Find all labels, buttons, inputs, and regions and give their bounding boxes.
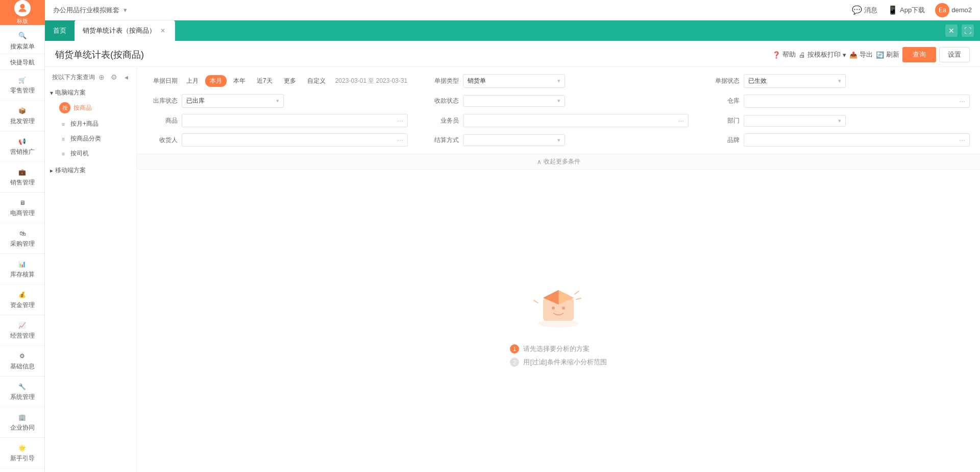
by-category-label: 按商品分类 (70, 134, 101, 143)
collapse-label: 收起更多条件 (544, 157, 580, 166)
receiver-input[interactable]: ··· (182, 133, 408, 147)
operation-label: 经营管理 (10, 332, 35, 340)
pc-group-title[interactable]: ▾ 电脑端方案 (45, 86, 136, 99)
collect-status-select[interactable]: ▾ (463, 95, 565, 107)
department-chevron: ▾ (838, 117, 841, 124)
by-product-label: 按商品 (74, 104, 92, 112)
marketing-icon: 📢 (17, 136, 28, 147)
out-status-select[interactable]: 已出库 ▾ (182, 94, 284, 108)
mobile-group-chevron: ▸ (50, 167, 53, 174)
scheme-item-by-cashier[interactable]: ≡ 按司机 (45, 146, 136, 161)
sidebar-item-system[interactable]: 🔧 系统管理 (0, 376, 44, 407)
date-tag-this-month[interactable]: 本月 (205, 75, 227, 87)
finance-icon: 💰 (17, 290, 28, 300)
product-input[interactable]: ··· (182, 114, 408, 127)
by-month-label: 按月+商品 (70, 120, 99, 128)
scheme-item-by-month-product[interactable]: ≡ 按月+商品 (45, 116, 136, 131)
sidebar-item-purchase[interactable]: 🛍 采购管理 (0, 223, 44, 254)
print-btn[interactable]: 🖨 按模板打印 ▾ (799, 50, 846, 59)
date-tag-7days[interactable]: 近7天 (252, 75, 277, 87)
sales-icon: 💼 (17, 167, 28, 177)
app-download-btn[interactable]: 📱 App下载 (888, 5, 925, 15)
department-control: ▾ (744, 115, 970, 127)
tab-close-btn[interactable]: ✕ (159, 27, 167, 35)
date-tag-more[interactable]: 更多 (279, 75, 301, 87)
tab-close-window-btn[interactable]: ✕ (945, 25, 958, 37)
left-panel-title: 按以下方案查询 (52, 73, 95, 82)
print-dropdown-icon: ▾ (843, 51, 846, 59)
tab-maximize-btn[interactable]: ⛶ (962, 25, 974, 37)
export-label: 导出 (860, 50, 873, 59)
add-scheme-btn[interactable]: ⊕ (96, 72, 107, 82)
retail-label: 零售管理 (10, 86, 35, 95)
by-cashier-icon: ≡ (59, 150, 67, 158)
mobile-group-title[interactable]: ▸ 移动端方案 (45, 163, 136, 178)
user-menu[interactable]: Ea demo2 (935, 3, 972, 17)
logo-icon (14, 0, 31, 16)
type-filter-label: 单据类型 (428, 77, 463, 85)
messages-btn[interactable]: 💬 消息 (852, 5, 877, 15)
sidebar-item-marketing[interactable]: 📢 营销推广 (0, 131, 44, 162)
department-select[interactable]: ▾ (744, 115, 846, 127)
sidebar-item-operation[interactable]: 📈 经营管理 (0, 315, 44, 346)
purchase-label: 采购管理 (10, 240, 35, 248)
salesperson-control: ··· (463, 114, 689, 127)
tab-report[interactable]: 销货单统计表（按商品） ✕ (75, 20, 175, 41)
scheme-item-by-product[interactable]: 按 按商品 (45, 99, 136, 116)
user-name: demo2 (951, 6, 972, 14)
by-cashier-label: 按司机 (70, 149, 89, 158)
app-icon: 📱 (888, 5, 898, 15)
warehouse-label: 仓库 (709, 97, 744, 105)
settings-scheme-btn[interactable]: ⚙ (109, 72, 119, 82)
sidebar-item-sales[interactable]: 💼 销售管理 (0, 162, 44, 193)
page-body: 销货单统计表(按商品) ❓ 帮助 🖨 按模板打印 ▾ 📤 导出 (45, 41, 980, 472)
industry-dropdown-icon[interactable]: ▾ (124, 6, 127, 14)
sidebar-item-enterprise[interactable]: 🏢 企业协同 (0, 407, 44, 438)
content-layout: 按以下方案查询 ⊕ ⚙ ◂ (45, 67, 980, 472)
search-nav-item[interactable]: 🔍 搜索菜单 (0, 25, 44, 54)
operation-icon: 📈 (17, 320, 28, 331)
sidebar-item-wholesale[interactable]: 📦 批发管理 (0, 101, 44, 131)
sidebar-item-apps[interactable]: 📱 应用中心 (0, 468, 44, 472)
warehouse-input[interactable]: ··· (744, 95, 970, 108)
salesperson-label: 业务员 (428, 116, 463, 125)
date-tag-last-month[interactable]: 上月 (182, 75, 203, 87)
brand-input[interactable]: ··· (744, 133, 970, 147)
type-select[interactable]: 销货单 ▾ (463, 74, 565, 88)
date-tag-this-year[interactable]: 本年 (229, 75, 250, 87)
sidebar-item-finance[interactable]: 💰 资金管理 (0, 285, 44, 315)
out-status-chevron: ▾ (276, 98, 279, 104)
brand-dots-icon: ··· (959, 136, 965, 144)
tab-home[interactable]: 首页 (45, 20, 75, 41)
sidebar-item-basic[interactable]: ⚙ 基础信息 (0, 346, 44, 376)
refresh-label: 刷新 (886, 50, 899, 59)
filter-row-1: 单据日期 上月 本月 本年 (147, 74, 970, 88)
enterprise-icon: 🏢 (17, 412, 28, 422)
filter-row-2: 出库状态 已出库 ▾ 收款状态 (147, 94, 970, 108)
product-control: ··· (182, 114, 408, 127)
date-tag-custom[interactable]: 自定义 (303, 75, 330, 87)
collapse-panel-btn[interactable]: ◂ (121, 72, 131, 82)
empty-tip-1: 1 请先选择要分析的方案 (510, 344, 606, 353)
sidebar-item-newbie[interactable]: 🌟 新手引导 (0, 438, 44, 468)
scheme-item-by-category[interactable]: ≡ 按商品分类 (45, 131, 136, 146)
status-select[interactable]: 已生效 ▾ (744, 74, 846, 88)
export-btn[interactable]: 📤 导出 (849, 50, 873, 59)
help-btn[interactable]: ❓ 帮助 (772, 50, 796, 59)
app-subtitle: 标版 (17, 17, 28, 25)
enterprise-label: 企业协同 (10, 423, 35, 432)
wholesale-label: 批发管理 (10, 117, 35, 126)
refresh-btn[interactable]: 🔄 刷新 (876, 50, 899, 59)
svg-line-9 (575, 291, 579, 294)
salesperson-input[interactable]: ··· (463, 114, 689, 127)
sidebar-item-ecommerce[interactable]: 🖥 电商管理 (0, 193, 44, 223)
sidebar-item-inventory[interactable]: 📊 库存核算 (0, 254, 44, 285)
quick-nav-item[interactable]: 快捷导航 (0, 54, 44, 70)
query-button[interactable]: 查询 (902, 47, 936, 62)
settings-button[interactable]: 设置 (939, 47, 970, 62)
sidebar: 标版 🔍 搜索菜单 快捷导航 🛒 零售管理 📦 批发管理 📢 营销推广 💼 销售… (0, 0, 45, 472)
collapse-up-icon: ∧ (537, 158, 542, 166)
payment-select[interactable]: ▾ (463, 134, 565, 146)
sidebar-item-retail[interactable]: 🛒 零售管理 (0, 70, 44, 101)
collapse-bar[interactable]: ∧ 收起更多条件 (137, 154, 980, 170)
